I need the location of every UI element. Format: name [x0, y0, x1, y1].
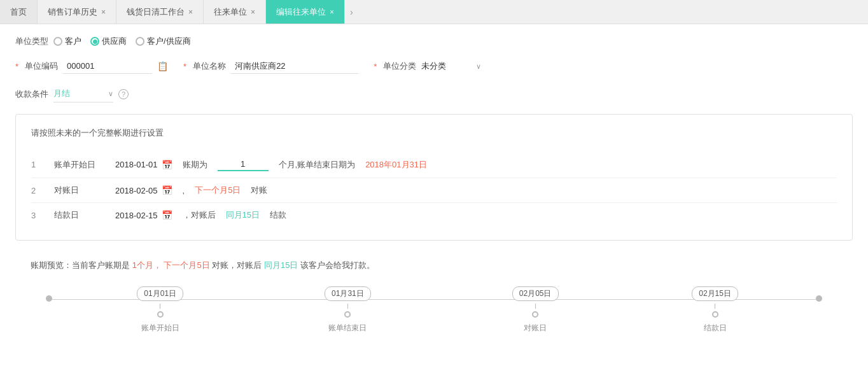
timeline-tick-2 [347, 304, 348, 309]
timeline-dot-2 [344, 311, 351, 318]
tab-cash-work[interactable]: 钱货日清工作台 × [116, 0, 204, 24]
timeline-date-2: 01月31日 [325, 286, 371, 301]
timeline-point-1: 01月01日 账单开始日 [137, 286, 183, 334]
row-label-3: 结款日 [54, 209, 105, 221]
timeline-tick-1 [160, 304, 160, 309]
unit-code-label: 单位编码 [25, 60, 58, 72]
radio-circle-both [136, 37, 144, 46]
radio-supplier[interactable]: 供应商 [90, 36, 127, 47]
start-date-text: 2018-01-01 [115, 160, 158, 169]
reconcile-date-text: 2018-02-05 [115, 186, 158, 195]
timeline-point-2: 01月31日 账单结束日 [325, 286, 371, 334]
row-label-2: 对账日 [54, 185, 105, 196]
preview-months: 1个月， [132, 260, 162, 270]
timeline-dot-1 [157, 311, 164, 318]
timeline-date-1: 01月01日 [137, 286, 183, 301]
billing-card: 请按照未来的一个完整帐期进行设置 1 账单开始日 2018-01-01 📅 账期… [15, 114, 853, 241]
unit-name-label: 单位名称 [193, 60, 226, 72]
reconcile-highlight: 下一个月5日 [195, 185, 241, 196]
timeline-label-3: 对账日 [524, 323, 547, 334]
timeline-point-3: 02月05日 对账日 [512, 286, 559, 334]
payment-label: 收款条件 [15, 88, 48, 100]
timeline-dot-4 [712, 311, 718, 318]
unit-code-input[interactable] [63, 59, 152, 74]
preview-section: 账期预览：当前客户账期是 1个月， 下一个月5日 对账，对账后 同月15日 该客… [15, 251, 853, 340]
unit-class-label: 单位分类 [383, 60, 416, 72]
radio-circle-customer [53, 37, 62, 46]
payment-row: 收款条件 月结 ∨ ? [15, 85, 853, 102]
payment-date-value: 2018-02-15 📅 [115, 210, 172, 220]
code-required-star: * [15, 62, 18, 71]
unit-name-group: * 单位名称 [183, 59, 358, 74]
preview-payment-day: 同月15日 [264, 260, 298, 270]
timeline-date-4: 02月15日 [692, 286, 738, 301]
radio-circle-supplier [90, 37, 99, 46]
radio-group: 客户 供应商 客户/供应商 [53, 36, 191, 47]
unit-type-row: 单位类型 客户 供应商 客户/供应商 [15, 36, 853, 47]
close-cash-work[interactable]: × [188, 8, 193, 16]
row-label-1: 账单开始日 [54, 159, 105, 171]
payment-help-icon[interactable]: ? [118, 89, 129, 99]
period-suffix: 个月,账单结束日期为 [279, 159, 356, 171]
tab-partner-unit[interactable]: 往来单位 × [204, 0, 266, 24]
payment-select[interactable]: 月结 ∨ [53, 85, 113, 102]
timeline-tick-3 [535, 304, 536, 309]
unit-class-value: 未分类 [421, 60, 472, 72]
radio-label-customer: 客户 [65, 36, 81, 47]
class-required-star: * [374, 62, 377, 71]
tab-sales-history[interactable]: 销售订单历史 × [38, 0, 116, 24]
radio-both[interactable]: 客户/供应商 [136, 36, 191, 47]
timeline: 01月01日 账单开始日 01月31日 账单结束日 02月05日 对账日 [43, 286, 825, 331]
period-input[interactable] [218, 158, 269, 171]
preview-mid: 对账，对账后 [212, 260, 262, 270]
billing-row-2: 2 对账日 2018-02-05 📅 , 下一个月5日 对账 [31, 178, 837, 203]
reconcile-prefix: , [183, 186, 185, 195]
payment-group: 收款条件 月结 ∨ ? [15, 85, 129, 102]
unit-code-group: * 单位编码 📋 [15, 59, 168, 74]
timeline-date-3: 02月05日 [512, 286, 559, 301]
payment-suffix: 结款 [270, 209, 286, 221]
timeline-label-4: 结款日 [704, 323, 727, 334]
billing-row-1: 1 账单开始日 2018-01-01 📅 账期为 个月,账单结束日期为 2018… [31, 151, 837, 178]
row-num-1: 1 [31, 160, 44, 169]
preview-end: 该客户会给我打款。 [300, 260, 375, 270]
reconcile-suffix: 对账 [251, 185, 267, 196]
timeline-point-4: 02月15日 结款日 [692, 286, 738, 334]
card-title: 请按照未来的一个完整帐期进行设置 [31, 127, 837, 139]
payment-date-text: 2018-02-15 [115, 211, 158, 220]
timeline-end-endpoint [816, 295, 822, 302]
period-label: 账期为 [183, 159, 207, 171]
payment-prefix: ，对账后 [183, 209, 216, 221]
start-date-calendar[interactable]: 📅 [162, 160, 172, 170]
tab-edit-partner[interactable]: 编辑往来单位 × [266, 0, 345, 24]
unit-name-input[interactable] [231, 59, 358, 74]
payment-value: 月结 [53, 88, 104, 99]
unit-info-row: * 单位编码 📋 * 单位名称 * 单位分类 未分类 ∨ [15, 59, 853, 74]
close-partner-unit[interactable]: × [251, 8, 255, 16]
unit-type-group: 单位类型 客户 供应商 客户/供应商 [15, 36, 191, 47]
row-num-2: 2 [31, 186, 44, 195]
unit-class-arrow: ∨ [476, 62, 481, 71]
timeline-dot-3 [532, 311, 538, 318]
tab-bar: 首页 销售订单历史 × 钱货日清工作台 × 往来单位 × 编辑往来单位 × › [0, 0, 868, 24]
unit-code-icon[interactable]: 📋 [157, 61, 168, 71]
close-edit-partner[interactable]: × [330, 8, 334, 16]
preview-reconcile-day: 下一个月5日 [164, 260, 209, 270]
end-date-highlight: 2018年01月31日 [365, 159, 427, 171]
unit-type-label: 单位类型 [15, 36, 48, 47]
unit-class-group: * 单位分类 未分类 ∨ [374, 60, 498, 72]
row-num-3: 3 [31, 211, 44, 220]
payment-date-calendar[interactable]: 📅 [162, 210, 172, 220]
tab-home[interactable]: 首页 [0, 0, 38, 24]
close-sales-history[interactable]: × [101, 8, 106, 16]
timeline-tick-4 [715, 304, 715, 309]
unit-class-select[interactable]: 未分类 ∨ [421, 60, 498, 72]
timeline-label-2: 账单结束日 [328, 323, 367, 334]
payment-highlight: 同月15日 [226, 209, 260, 221]
radio-customer[interactable]: 客户 [53, 36, 81, 47]
radio-label-both: 客户/供应商 [147, 36, 191, 47]
tab-nav-arrow[interactable]: › [345, 0, 358, 24]
reconcile-date-calendar[interactable]: 📅 [162, 185, 172, 195]
name-required-star: * [183, 62, 186, 71]
start-date-value: 2018-01-01 📅 [115, 160, 172, 170]
